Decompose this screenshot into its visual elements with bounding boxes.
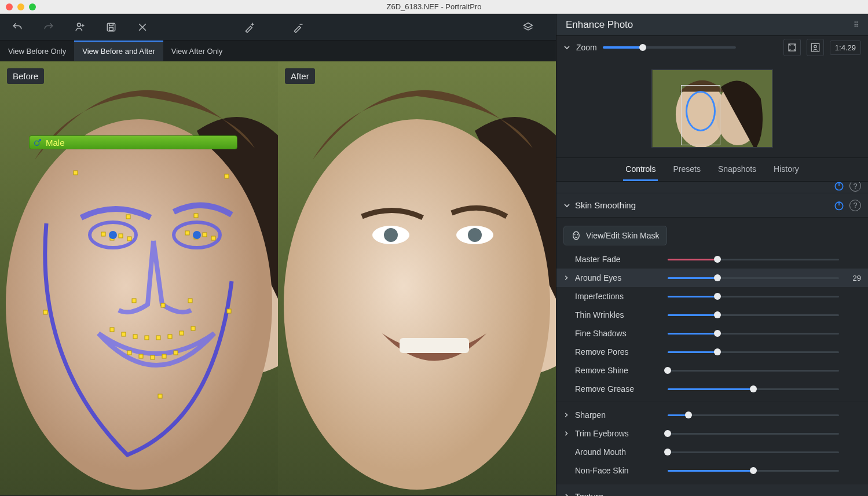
- save-button[interactable]: [100, 16, 123, 39]
- slider-remove_grease[interactable]: Remove Grease: [556, 380, 868, 398]
- slider-remove_pores[interactable]: Remove Pores: [556, 343, 868, 361]
- svg-rect-32: [180, 331, 184, 335]
- slider-track[interactable]: [668, 388, 839, 390]
- slider-track[interactable]: [668, 277, 839, 279]
- close-window-button[interactable]: [6, 3, 13, 10]
- svg-rect-30: [156, 336, 160, 340]
- gender-pill[interactable]: Male: [29, 135, 237, 149]
- tab-presets[interactable]: Presets: [671, 158, 702, 181]
- slider-knob[interactable]: [714, 330, 721, 337]
- panel-menu-icon[interactable]: ⠿: [854, 21, 859, 29]
- minimize-window-button[interactable]: [17, 3, 24, 10]
- svg-rect-24: [43, 310, 47, 314]
- controls-scroll[interactable]: Face Sculpt ? Skin Smoothing ? View/Edit…: [556, 182, 868, 496]
- svg-rect-16: [127, 237, 131, 241]
- help-icon[interactable]: ?: [849, 200, 861, 211]
- slider-track[interactable]: [668, 351, 839, 353]
- svg-point-44: [284, 119, 550, 490]
- section-face-sculpt[interactable]: Face Sculpt ?: [556, 182, 868, 193]
- slider-knob[interactable]: [750, 467, 757, 474]
- help-icon[interactable]: ?: [849, 182, 861, 192]
- slider-fine_shadows[interactable]: Fine Shadows: [556, 324, 868, 343]
- chevron-down-icon: [563, 202, 570, 209]
- slider-track[interactable]: [668, 259, 839, 260]
- redo-button[interactable]: [37, 16, 60, 39]
- slider-fill: [668, 470, 753, 472]
- tab-view-before-and-after[interactable]: View Before and After: [74, 41, 163, 61]
- slider-knob[interactable]: [664, 367, 671, 374]
- slider-thin_wrinkles[interactable]: Thin Wrinkles: [556, 306, 868, 324]
- slider-track[interactable]: [668, 470, 839, 472]
- svg-rect-37: [162, 354, 166, 358]
- svg-rect-31: [168, 335, 172, 339]
- slider-imperfections[interactable]: Imperfections: [556, 287, 868, 306]
- zoom-slider-knob[interactable]: [639, 44, 646, 51]
- undo-button[interactable]: [6, 16, 29, 39]
- slider-track[interactable]: [668, 333, 839, 335]
- tab-controls[interactable]: Controls: [623, 158, 658, 181]
- slider-trim_eyebrows[interactable]: Trim Eyebrows: [556, 424, 868, 443]
- person-button[interactable]: [68, 16, 91, 39]
- before-panel[interactable]: Before Male: [0, 61, 278, 495]
- view-edit-skin-mask-button[interactable]: View/Edit Skin Mask: [563, 226, 667, 245]
- slider-track[interactable]: [668, 414, 839, 416]
- slider-around_mouth[interactable]: Around Mouth: [556, 443, 868, 461]
- fit-face-button[interactable]: [807, 39, 824, 56]
- zoom-ratio[interactable]: 1:4.29: [830, 41, 861, 55]
- power-icon[interactable]: [833, 182, 845, 192]
- power-icon[interactable]: [833, 200, 845, 211]
- slider-remove_shine[interactable]: Remove Shine: [556, 361, 868, 380]
- svg-point-52: [814, 45, 817, 48]
- slider-knob[interactable]: [664, 430, 671, 437]
- slider-non_face_skin[interactable]: Non-Face Skin: [556, 461, 868, 480]
- slider-knob[interactable]: [714, 274, 721, 281]
- zoom-window-button[interactable]: [29, 3, 36, 10]
- slider-knob[interactable]: [714, 311, 721, 318]
- slider-knob[interactable]: [714, 256, 721, 263]
- slider-knob[interactable]: [750, 385, 757, 392]
- after-panel[interactable]: After: [278, 61, 556, 495]
- zoom-row: Zoom 1:4.29: [556, 36, 868, 59]
- tab-snapshots[interactable]: Snapshots: [716, 158, 759, 181]
- right-tabs: Controls Presets Snapshots History: [556, 157, 868, 182]
- slider-master_fade[interactable]: Master Fade: [556, 250, 868, 269]
- section-skin-smoothing[interactable]: Skin Smoothing ?: [556, 193, 868, 218]
- tab-view-after-only[interactable]: View After Only: [163, 41, 231, 61]
- slider-around_eyes[interactable]: Around Eyes29: [556, 269, 868, 287]
- brush-add-button[interactable]: [238, 16, 261, 39]
- gender-label: Male: [46, 138, 65, 148]
- slider-sharpen[interactable]: Sharpen: [556, 406, 868, 424]
- slider-knob[interactable]: [714, 348, 721, 355]
- tab-view-before-only[interactable]: View Before Only: [0, 41, 74, 61]
- slider-knob[interactable]: [664, 449, 671, 455]
- brush-remove-button[interactable]: [287, 16, 310, 39]
- svg-rect-23: [161, 303, 165, 307]
- slider-track[interactable]: [668, 433, 839, 435]
- svg-rect-33: [191, 326, 195, 330]
- slider-knob[interactable]: [714, 293, 721, 300]
- slider-fill: [668, 259, 717, 260]
- section-texture[interactable]: Texture: [556, 484, 868, 496]
- slider-track[interactable]: [668, 314, 839, 316]
- slider-track[interactable]: [668, 451, 839, 453]
- layers-button[interactable]: [517, 16, 540, 39]
- slider-track[interactable]: [668, 370, 839, 372]
- navigator-thumbnail[interactable]: [556, 59, 868, 157]
- svg-rect-35: [139, 354, 143, 358]
- before-badge: Before: [7, 68, 44, 84]
- zoom-slider[interactable]: [603, 46, 736, 49]
- slider-track[interactable]: [668, 296, 839, 297]
- fit-to-window-button[interactable]: [783, 39, 801, 56]
- before-image: [0, 61, 278, 495]
- slider-label: Remove Grease: [575, 384, 662, 394]
- svg-rect-13: [101, 232, 105, 236]
- window-titlebar: Z6D_6183.NEF - PortraitPro: [0, 0, 868, 14]
- close-button[interactable]: [131, 16, 154, 39]
- chevron-down-icon[interactable]: [563, 44, 570, 51]
- slider-label: Fine Shadows: [575, 329, 662, 338]
- slider-knob[interactable]: [685, 412, 692, 418]
- svg-point-40: [109, 231, 117, 239]
- svg-rect-25: [227, 309, 231, 313]
- svg-rect-11: [126, 215, 130, 219]
- tab-history[interactable]: History: [771, 158, 801, 181]
